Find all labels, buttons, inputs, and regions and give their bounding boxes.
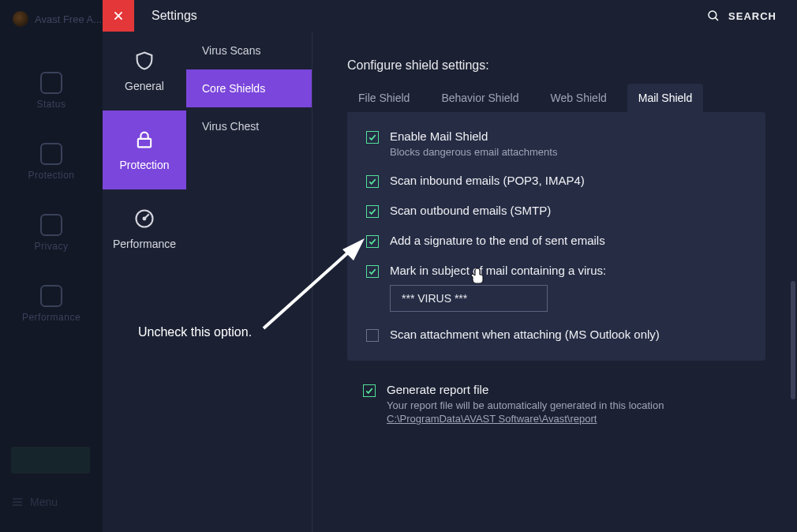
panel-heading: Configure shield settings: xyxy=(347,58,765,73)
search-label: SEARCH xyxy=(728,10,776,22)
rail-footer[interactable]: Menu xyxy=(11,491,90,513)
category-label: Protection xyxy=(119,159,169,171)
monitor-icon xyxy=(40,72,62,94)
checkbox-enable-mail-shield[interactable] xyxy=(366,131,379,144)
submenu-virus-chest[interactable]: Virus Chest xyxy=(186,107,312,145)
tab-body-mail-shield: Enable Mail Shield Blocks dangerous emai… xyxy=(347,112,765,361)
checkmark-icon xyxy=(365,387,373,395)
svg-point-5 xyxy=(709,11,717,19)
option-scan-inbound: Scan inbound emails (POP3, IMAP4) xyxy=(366,174,746,188)
category-protection[interactable]: Protection xyxy=(103,111,186,189)
close-button[interactable] xyxy=(103,0,134,32)
checkmark-icon xyxy=(369,208,376,215)
search-icon xyxy=(706,9,720,23)
shield-icon xyxy=(133,50,155,72)
option-desc: Blocks dangerous email attachments xyxy=(390,146,746,158)
checkmark-icon xyxy=(369,133,376,141)
tab-mail-shield[interactable]: Mail Shield xyxy=(627,84,703,112)
checkmark-icon xyxy=(369,178,376,185)
shield-tabs: File Shield Behavior Shield Web Shield M… xyxy=(347,84,765,112)
svg-point-9 xyxy=(144,218,146,220)
topbar: Settings SEARCH xyxy=(103,0,797,32)
submenu-virus-scans[interactable]: Virus Scans xyxy=(186,32,312,69)
privacy-icon xyxy=(40,214,62,236)
tab-behavior-shield[interactable]: Behavior Shield xyxy=(430,84,529,112)
submenu-core-shields[interactable]: Core Shields xyxy=(186,69,312,107)
main-panel: Configure shield settings: File Shield B… xyxy=(312,32,797,532)
brand: Avast Free A... xyxy=(13,11,102,27)
rail-item-status[interactable]: Status xyxy=(0,55,103,126)
menu-icon xyxy=(11,496,24,508)
option-add-signature: Add a signature to the end of sent email… xyxy=(366,234,746,248)
lock-icon xyxy=(133,129,155,151)
lock-icon xyxy=(40,143,62,165)
option-label: Enable Mail Shield xyxy=(390,129,746,143)
close-icon xyxy=(113,10,124,21)
category-column: General Protection Performance xyxy=(103,32,186,532)
icon-rail: Avast Free A... Status Protection Privac… xyxy=(0,0,103,532)
category-general[interactable]: General xyxy=(103,32,186,111)
search-button[interactable]: SEARCH xyxy=(706,9,776,23)
option-label: Scan inbound emails (POP3, IMAP4) xyxy=(390,174,746,187)
rail-item-protection[interactable]: Protection xyxy=(0,126,103,197)
rail-item-performance[interactable]: Performance xyxy=(0,268,103,339)
brand-name: Avast Free A... xyxy=(35,13,102,25)
submenu-column: Virus Scans Core Shields Virus Chest xyxy=(186,32,312,532)
option-scan-outbound: Scan outbound emails (SMTP) xyxy=(366,204,746,218)
rail-label: Protection xyxy=(28,170,74,181)
checkbox-generate-report[interactable] xyxy=(363,384,376,397)
report-desc: Your report file will be automatically g… xyxy=(387,399,765,411)
option-outlook-scan: Scan attachment when attaching (MS Outlo… xyxy=(366,328,746,342)
svg-line-6 xyxy=(715,17,718,21)
gauge-icon xyxy=(133,208,155,230)
page-title: Settings xyxy=(152,9,197,23)
option-label: Scan outbound emails (SMTP) xyxy=(390,204,746,217)
rail-label: Performance xyxy=(22,312,80,323)
option-enable-mail-shield: Enable Mail Shield Blocks dangerous emai… xyxy=(366,129,746,158)
gauge-icon xyxy=(40,285,62,307)
scrollbar-thumb[interactable] xyxy=(791,281,795,399)
checkmark-icon xyxy=(369,238,376,245)
report-block: Generate report file Your report file wi… xyxy=(347,383,765,425)
option-label: Mark in subject of mail containing a vir… xyxy=(390,264,746,277)
category-label: Performance xyxy=(113,238,176,250)
checkbox-scan-inbound[interactable] xyxy=(366,175,379,188)
checkbox-add-signature[interactable] xyxy=(366,235,379,248)
rail-footer-label: Menu xyxy=(30,496,58,508)
tab-web-shield[interactable]: Web Shield xyxy=(539,84,617,112)
rail-label: Status xyxy=(36,99,65,110)
rail-action-button[interactable] xyxy=(11,447,90,474)
option-mark-subject: Mark in subject of mail containing a vir… xyxy=(366,264,746,312)
report-label: Generate report file xyxy=(387,383,765,396)
report-path-link[interactable]: C:\ProgramData\AVAST Software\Avast\repo… xyxy=(387,413,765,425)
checkbox-mark-subject[interactable] xyxy=(366,265,379,278)
tab-file-shield[interactable]: File Shield xyxy=(347,84,421,112)
option-label: Scan attachment when attaching (MS Outlo… xyxy=(390,328,746,341)
svg-rect-7 xyxy=(138,139,151,148)
rail-item-privacy[interactable]: Privacy xyxy=(0,197,103,268)
category-performance[interactable]: Performance xyxy=(103,189,186,268)
category-label: General xyxy=(125,80,164,92)
checkmark-icon xyxy=(369,268,376,275)
checkbox-outlook-scan[interactable] xyxy=(366,329,379,342)
checkbox-scan-outbound[interactable] xyxy=(366,205,379,218)
rail-label: Privacy xyxy=(35,241,69,252)
virus-subject-input[interactable] xyxy=(390,285,548,312)
brand-logo-icon xyxy=(13,11,28,27)
option-label: Add a signature to the end of sent email… xyxy=(390,234,746,247)
